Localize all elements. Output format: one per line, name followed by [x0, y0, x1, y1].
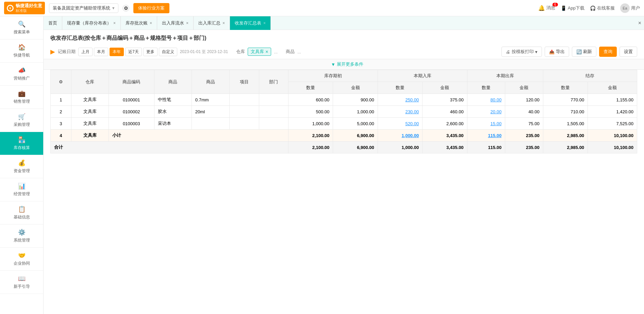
total-opening-amt: 6,900.00 [333, 142, 378, 153]
print-dropdown-icon: ▾ [535, 49, 538, 54]
tab-inout-flow[interactable]: 出入库流水 × [157, 16, 194, 30]
row-project [230, 106, 259, 118]
print-button[interactable]: 🖨 按模板打印 ▾ [501, 47, 542, 57]
app-download[interactable]: 📱 App下载 [561, 5, 584, 11]
col-balance-amt-header: 金额 [588, 82, 637, 94]
headset-icon: 🎧 [590, 5, 596, 11]
setting-button[interactable]: 设置 [620, 47, 637, 57]
row-balance-amt: 1,155.00 [588, 94, 637, 106]
sidebar-item-cooperation[interactable]: 🤝 企业协同 [0, 248, 43, 271]
row-goods-name: 胶水 [154, 106, 192, 118]
warehouse-tag-close[interactable]: × [265, 49, 268, 54]
trial-button[interactable]: 体验行业方案 [133, 3, 169, 13]
sidebar-item-quick[interactable]: 🏠 快捷导航 [0, 39, 43, 63]
row-in-qty[interactable]: 230.00 [405, 109, 419, 114]
user-avatar: Ea [620, 3, 630, 13]
settings-icon[interactable]: ⚙ [122, 5, 129, 12]
col-in-qty-header: 数量 [378, 82, 422, 94]
sidebar-item-sales[interactable]: 💼 销售管理 [0, 86, 43, 109]
total-balance-qty: 2,985.00 [543, 142, 588, 153]
subtotal-warehouse: 文具库 [71, 130, 109, 142]
row-opening-qty: 600.00 [288, 94, 333, 106]
expand-conditions-button[interactable]: ▼ 展开更多条件 [331, 61, 363, 67]
sidebar-item-inventory[interactable]: 🏪 库存核算 [0, 132, 43, 155]
sidebar-item-purchase[interactable]: 🛒 采购管理 [0, 109, 43, 132]
sidebar-item-newbie[interactable]: 📖 新手引导 [0, 271, 43, 294]
warehouse-label: 仓库 [236, 49, 245, 55]
sidebar-item-finance[interactable]: 💰 资金管理 [0, 155, 43, 178]
collapse-icon[interactable]: ▶ [50, 48, 55, 55]
col-opening-qty-header: 数量 [288, 82, 333, 94]
goods-more[interactable]: ... [297, 49, 301, 54]
subtotal-in-qty[interactable]: 1,000.00 [402, 133, 419, 138]
expand-icon: ▼ [331, 62, 335, 67]
period-btn-7days[interactable]: 近7天 [125, 48, 142, 56]
row-balance-qty: 1,505.00 [543, 118, 588, 130]
tab-batch-close[interactable]: × [150, 21, 152, 26]
warehouse-tag: 文具库 × [248, 48, 271, 56]
table-row: 1 文具库 0100001 中性笔 0.7mm 600.00 900.00 25… [51, 94, 637, 106]
row-in-amt: 460.00 [423, 106, 467, 118]
online-service[interactable]: 🎧 在线客服 [590, 5, 615, 11]
tab-stock-dist[interactable]: 现存量（库存分布表） × [62, 16, 121, 30]
table-gear-header[interactable]: ⚙ [51, 70, 71, 94]
row-out-qty[interactable]: 15.00 [491, 121, 502, 126]
system-title[interactable]: 装备及固定资产辅助管理系统 ▾ [49, 3, 118, 13]
tab-batch[interactable]: 库存批次账 × [121, 16, 157, 30]
export-button[interactable]: 📤 导出 [545, 47, 569, 57]
newbie-icon: 📖 [18, 275, 26, 282]
warehouse-more[interactable]: ... [274, 49, 278, 54]
tab-recv-send[interactable]: 收发存汇总表 × [230, 16, 271, 30]
row-warehouse: 文具库 [71, 94, 109, 106]
col-out-header: 本期出库 [467, 70, 543, 82]
tab-inout-flow-close[interactable]: × [186, 21, 188, 26]
user-area[interactable]: Ea 用户 [620, 3, 640, 13]
row-out-qty[interactable]: 80.00 [491, 97, 502, 102]
tab-bar: 首页 现存量（库存分布表） × 库存批次账 × 出入库流水 × 出入库汇总 × … [44, 16, 644, 30]
query-button[interactable]: 查询 [599, 47, 617, 57]
row-in-qty[interactable]: 250.00 [405, 97, 419, 102]
sidebar-item-purchase-label: 采购管理 [14, 122, 30, 128]
row-project [230, 94, 259, 106]
tab-stock-dist-close[interactable]: × [113, 21, 116, 26]
refresh-button[interactable]: 🔄 刷新 [572, 47, 596, 57]
tab-inout-summary-label: 出入库汇总 [198, 20, 220, 26]
sidebar-item-basic[interactable]: 📋 基础信息 [0, 201, 43, 225]
total-label: 合计 [51, 142, 288, 153]
row-out-qty[interactable]: 20.00 [491, 109, 502, 114]
row-opening-amt: 1,000.00 [333, 106, 378, 118]
phone-icon: 📱 [561, 5, 566, 11]
row-goods-spec [192, 118, 229, 130]
tab-inout-summary-close[interactable]: × [222, 21, 225, 26]
sidebar-item-search[interactable]: 🔍 搜索菜单 [0, 16, 43, 39]
sidebar-item-marketing[interactable]: 📣 营销推广 [0, 63, 43, 86]
page-title: 收发存汇总表(按仓库＋商品编码＋商品＋规格型号＋项目＋部门) [50, 35, 637, 42]
tab-home[interactable]: 首页 [44, 16, 62, 30]
col-opening-header: 库存期初 [288, 70, 378, 82]
sidebar-item-operation[interactable]: 📊 经营管理 [0, 178, 43, 201]
col-in-amt-header: 金额 [423, 82, 467, 94]
sidebar-item-cooperation-label: 企业协同 [14, 261, 30, 266]
tab-bar-close[interactable]: × [638, 20, 644, 26]
period-btn-this-year[interactable]: 本年 [110, 48, 124, 56]
subtotal-out-qty[interactable]: 115.00 [488, 133, 501, 138]
row-in-amt: 2,600.00 [423, 118, 467, 130]
row-in-qty[interactable]: 520.00 [405, 121, 419, 126]
tab-inout-summary[interactable]: 出入库汇总 × [194, 16, 230, 30]
row-warehouse: 文具库 [71, 106, 109, 118]
period-btn-more[interactable]: 更多 [143, 48, 158, 56]
subtotal-balance-amt: 10,100.00 [588, 130, 637, 142]
row-out-amt: 120.00 [505, 94, 543, 106]
period-btn-custom[interactable]: 自定义 [159, 48, 177, 56]
tab-recv-send-close[interactable]: × [263, 21, 266, 26]
basic-icon: 📋 [18, 205, 26, 213]
period-btn-this-month[interactable]: 本月 [94, 48, 108, 56]
col-warehouse-header: 仓库 [71, 70, 109, 94]
bell-icon: 🔔 [538, 5, 545, 11]
dropdown-icon: ▾ [112, 5, 115, 11]
period-btn-prev-month[interactable]: 上月 [78, 48, 93, 56]
sidebar-item-finance-label: 资金管理 [14, 168, 30, 174]
sidebar-item-system[interactable]: ⚙️ 系统管理 [0, 225, 43, 248]
subtotal-row: 4 文具库 小计 2,100.00 6,900.00 1,000.00 3,43… [51, 130, 637, 142]
messages-area[interactable]: 🔔 6 消息 [538, 5, 555, 11]
